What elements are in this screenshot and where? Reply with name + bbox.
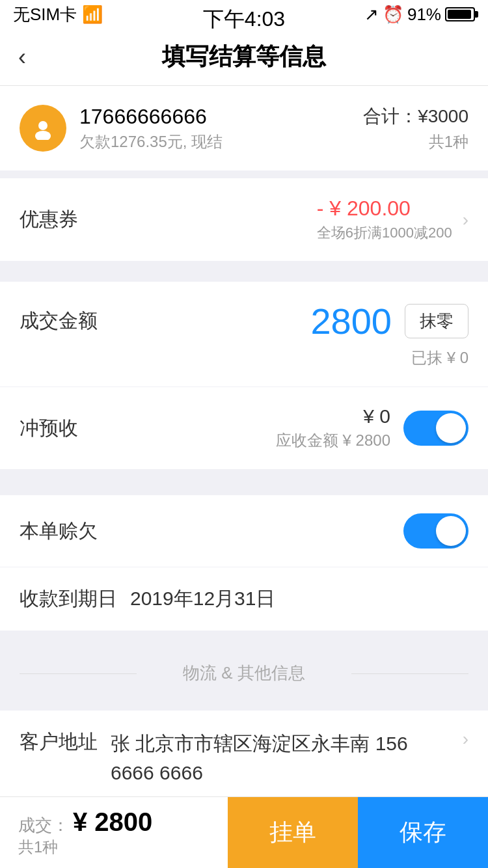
back-button[interactable]: ‹ [18,44,26,71]
coupon-info: - ¥ 200.00 全场6折满1000减200 [317,197,452,243]
page-title: 填写结算等信息 [162,41,326,73]
save-button[interactable]: 保存 [358,797,488,868]
amount-sub: 已抹 ¥ 0 [20,347,468,368]
coupon-chevron-icon: › [463,210,468,230]
hold-button[interactable]: 挂单 [228,797,358,868]
customer-total: 合计：¥3000 [363,104,468,129]
coupon-amount: - ¥ 200.00 [317,197,452,221]
duedate-value: 2019年12月31日 [130,586,275,612]
coupon-desc: 全场6折满1000减200 [317,223,452,243]
svg-point-0 [38,121,47,130]
duedate-section: 收款到期日 2019年12月31日 [0,567,488,631]
amount-value: 2800 [310,300,392,342]
customer-info: 17666666666 欠款1276.35元, 现结 [79,105,223,152]
customer-phone: 17666666666 [79,105,223,129]
customer-card: 17666666666 欠款1276.35元, 现结 合计：¥3000 共1种 [0,86,488,170]
section-gap-1 [0,269,488,282]
carrier-text: 无SIM卡 [13,3,77,26]
nav-bar: ‹ 填写结算等信息 [0,29,488,86]
battery-icon [445,7,475,21]
prepay-section: 冲预收 ¥ 0 应收金额 ¥ 2800 [0,387,488,469]
duedate-label: 收款到期日 [20,586,117,612]
prepay-row: 冲预收 ¥ 0 应收金额 ¥ 2800 [20,405,468,451]
overdue-toggle[interactable] [403,513,468,549]
prepay-toggle-knob [436,413,466,443]
section-gap-2 [0,469,488,482]
customer-count: 共1种 [363,131,468,152]
battery-fill [448,10,471,19]
location-icon: ↗ [364,5,379,25]
customer-right: 合计：¥3000 共1种 [363,104,468,152]
alarm-icon: ⏰ [383,5,403,25]
amount-section: 成交金额 2800 抹零 已抹 ¥ 0 [0,282,488,387]
coupon-row[interactable]: 优惠券 - ¥ 200.00 全场6折满1000减200 › [0,178,488,261]
prepay-label: 冲预收 [20,415,78,442]
deal-label: 成交： [18,814,69,837]
wifi-icon: 📶 [82,5,103,25]
overdue-section: 本单赊欠 [0,495,488,567]
content: 17666666666 欠款1276.35元, 现结 合计：¥3000 共1种 … [0,86,488,868]
battery-percent: 91% [407,5,441,25]
deal-amount: ¥ 2800 [73,807,152,837]
coupon-right: - ¥ 200.00 全场6折满1000减200 › [317,197,468,243]
bottom-bar: 成交： ¥ 2800 共1种 挂单 保存 [0,796,488,868]
logistics-label: 物流 & 其他信息 [176,663,312,683]
address-value: 张 北京市市辖区海淀区永丰南 156 6666 6666 [98,729,459,787]
prepay-toggle[interactable] [403,411,468,446]
customer-debt: 欠款1276.35元, 现结 [79,131,223,152]
prepay-amount-block: ¥ 0 应收金额 ¥ 2800 [276,405,390,451]
bottom-count: 共1种 [18,837,210,858]
bottom-info: 成交： ¥ 2800 共1种 [0,797,228,868]
status-right: ↗ ⏰ 91% [364,5,475,25]
amount-label: 成交金额 [20,308,98,334]
overdue-toggle-knob [436,516,466,546]
overdue-label: 本单赊欠 [20,518,98,545]
status-bar: 无SIM卡 📶 下午4:03 ↗ ⏰ 91% [0,0,488,29]
address-section[interactable]: 客户地址 张 北京市市辖区海淀区永丰南 156 6666 6666 › [0,711,488,806]
prepay-right: ¥ 0 应收金额 ¥ 2800 [276,405,468,451]
logistics-divider: 物流 & 其他信息 [0,644,488,703]
prepay-receivable: 应收金额 ¥ 2800 [276,430,390,451]
amount-right: 2800 抹零 [310,300,468,342]
round-button[interactable]: 抹零 [405,304,468,338]
prepay-value: ¥ 0 [276,405,390,427]
avatar [20,105,66,152]
address-label: 客户地址 [20,729,98,755]
amount-row: 成交金额 2800 抹零 [20,300,468,342]
address-chevron-icon: › [463,729,468,750]
customer-left: 17666666666 欠款1276.35元, 现结 [20,105,223,152]
status-left: 无SIM卡 📶 [13,3,103,26]
svg-point-1 [35,131,51,140]
coupon-label: 优惠券 [20,206,78,233]
